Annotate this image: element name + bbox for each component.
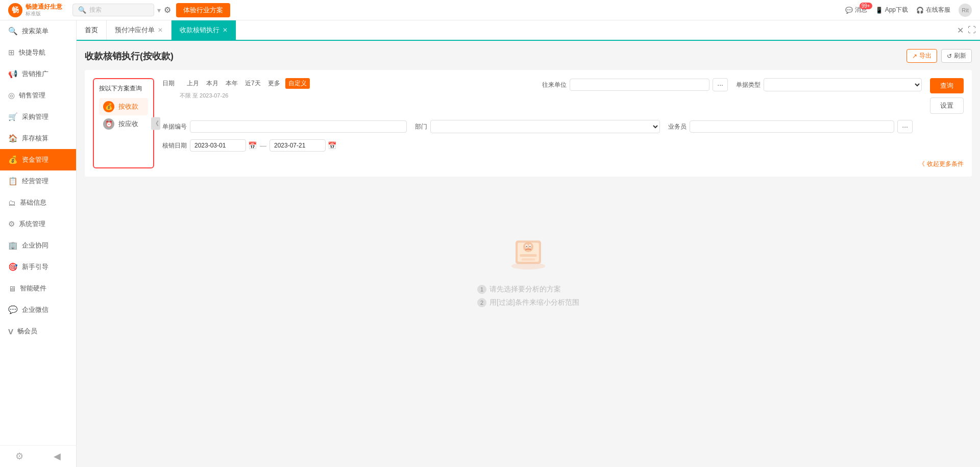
query-btn[interactable]: 查询 (930, 78, 964, 93)
tab-receipt-label: 收款核销执行 (180, 26, 219, 35)
marketing-icon: 📢 (8, 69, 18, 79)
tab-close-btn[interactable]: ✕ (957, 26, 964, 35)
filter-option-by-receipt[interactable]: 💰 按收款 (99, 98, 148, 115)
purchase-icon: 🛒 (8, 112, 18, 121)
verify-date-start-cal[interactable]: 📅 (248, 141, 257, 150)
staff-input[interactable] (690, 120, 895, 133)
settings-btn[interactable]: 设置 (930, 97, 964, 114)
sidebar-item-business[interactable]: 📋 经营管理 (0, 170, 76, 192)
sidebar-item-member[interactable]: V 畅会员 (0, 321, 76, 342)
date-hint-row: 不限 至 2023-07-26 (180, 92, 534, 100)
collapse-icon: 《 (919, 160, 925, 168)
sidebar-item-basic-info[interactable]: 🗂 基础信息 (0, 192, 76, 213)
dept-select[interactable] (430, 120, 659, 133)
sidebar-label-finance: 资金管理 (22, 155, 48, 164)
sidebar-item-weixin[interactable]: 💬 企业微信 (0, 299, 76, 321)
hint-num-1: 1 (477, 285, 486, 294)
refresh-icon: ↺ (947, 53, 952, 60)
header-bar: 畅 畅捷通好生意 标准版 🔍 搜索 ▾ ⚙ 体验行业方案 💬 消息 99+ 📱 … (0, 0, 980, 20)
header-search-display: 🔍 搜索 (72, 4, 154, 16)
collapse-more-btn[interactable]: 《 收起更多条件 (919, 160, 964, 168)
basic-info-icon: 🗂 (8, 199, 16, 207)
settings-icon[interactable]: ⚙ (164, 5, 171, 15)
tab-prepay-close[interactable]: ✕ (158, 27, 163, 34)
verify-date-start[interactable]: 2023-03-01 (190, 139, 246, 152)
sidebar-item-inventory[interactable]: 🏠 库存核算 (0, 128, 76, 149)
online-service-btn[interactable]: 🎧 在线客服 (916, 6, 950, 14)
svg-point-7 (529, 246, 531, 248)
sidebar-label-sales: 销售管理 (19, 91, 45, 100)
staff-ellipsis-btn[interactable]: ··· (897, 120, 913, 133)
tab-home-label: 首页 (85, 26, 98, 35)
shortcut-more[interactable]: 更多 (266, 78, 282, 89)
filter-selector: 按以下方案查询 💰 按收款 ⏰ 按应收 《 (93, 78, 154, 168)
filter-panel: 按以下方案查询 💰 按收款 ⏰ 按应收 《 (85, 70, 972, 177)
sidebar-label-basic-info: 基础信息 (20, 198, 46, 207)
sidebar-collapse-btn[interactable]: ◀ (54, 451, 61, 462)
tab-receipt-writeoff[interactable]: 收款核销执行 ✕ (172, 20, 236, 40)
brand: 畅 畅捷通好生意 标准版 (8, 3, 62, 17)
shortcut-this-year[interactable]: 本年 (224, 78, 240, 89)
tab-expand-btn[interactable]: ⛶ (968, 26, 976, 35)
date-separator: — (260, 142, 266, 150)
partner-ellipsis-btn[interactable]: ··· (713, 78, 728, 91)
brand-logo: 畅 (8, 3, 22, 17)
tab-home[interactable]: 首页 (77, 20, 107, 40)
sidebar-item-finance[interactable]: 💰 资金管理 (0, 149, 76, 170)
shortcut-this-month[interactable]: 本月 (204, 78, 220, 89)
sidebar-label-member: 畅会员 (17, 327, 37, 336)
sidebar-label-hardware: 智能硬件 (20, 284, 46, 293)
page-title-bar: 收款核销执行(按收款) ↗ 导出 ↺ 刷新 (85, 49, 972, 63)
shortcut-last-month[interactable]: 上月 (185, 78, 201, 89)
tab-right-actions: ✕ ⛶ (953, 20, 980, 40)
app-download-btn[interactable]: 📱 App下载 (875, 6, 908, 14)
sidebar-item-hardware[interactable]: 🖥 智能硬件 (0, 278, 76, 299)
industry-btn[interactable]: 体验行业方案 (176, 3, 230, 17)
empty-hint-1: 1 请先选择要分析的方案 (477, 285, 579, 294)
empty-hint-2: 2 用[过滤]条件来缩小分析范围 (477, 298, 579, 307)
sales-icon: ◎ (8, 91, 15, 100)
sidebar-item-guide[interactable]: 🎯 新手引导 (0, 256, 76, 278)
verify-date-end[interactable]: 2023-07-21 (270, 139, 326, 152)
shortcut-7days[interactable]: 近7天 (243, 78, 263, 89)
shortcut-custom[interactable]: 自定义 (285, 78, 310, 89)
message-btn[interactable]: 💬 消息 99+ (845, 6, 867, 14)
sidebar-item-enterprise[interactable]: 🏢 企业协同 (0, 235, 76, 256)
content-area: 首页 预付冲应付单 ✕ 收款核销执行 ✕ ✕ ⛶ 收款核销执行(按收款) (77, 20, 980, 467)
sidebar-item-purchase[interactable]: 🛒 采购管理 (0, 106, 76, 128)
page-title-actions: ↗ 导出 ↺ 刷新 (906, 49, 972, 63)
sidebar-item-sales[interactable]: ◎ 销售管理 (0, 85, 76, 106)
user-area[interactable]: Rit (959, 4, 972, 17)
sidebar-item-system[interactable]: ⚙ 系统管理 (0, 213, 76, 235)
sidebar-item-search[interactable]: 🔍 搜索菜单 (0, 20, 76, 42)
search-icon: 🔍 (8, 27, 18, 36)
doc-no-input[interactable] (190, 120, 407, 133)
verify-date-end-group: 2023-07-21 📅 (270, 139, 336, 152)
filter-option-by-receivable[interactable]: ⏰ 按应收 (99, 115, 148, 133)
collapse-row: 《 收起更多条件 (162, 158, 964, 168)
dropdown-arrow[interactable]: ▾ (157, 6, 161, 14)
sidebar-item-quick-nav[interactable]: ⊞ 快捷导航 (0, 42, 76, 63)
hardware-icon: 🖥 (8, 284, 16, 293)
doc-type-select[interactable] (764, 78, 922, 91)
page-content: 收款核销执行(按收款) ↗ 导出 ↺ 刷新 按以下方案查询 (77, 41, 980, 467)
sidebar-item-marketing[interactable]: 📢 营销推广 (0, 63, 76, 85)
guide-icon: 🎯 (8, 262, 18, 272)
main-layout: 🔍 搜索菜单 ⊞ 快捷导航 📢 营销推广 ◎ 销售管理 🛒 采购管理 🏠 库存核… (0, 20, 980, 467)
sidebar-settings-btn[interactable]: ⚙ (15, 451, 23, 462)
refresh-btn[interactable]: ↺ 刷新 (941, 49, 972, 63)
quick-nav-icon: ⊞ (8, 48, 15, 57)
tab-prepay-reconcile[interactable]: 预付冲应付单 ✕ (107, 20, 172, 40)
sidebar-label-marketing: 营销推广 (22, 69, 48, 79)
sidebar-label-weixin: 企业微信 (22, 305, 48, 314)
date-shortcuts: 上月 本月 本年 近7天 更多 自定义 (185, 78, 310, 89)
tab-receipt-close[interactable]: ✕ (223, 27, 228, 34)
by-receipt-icon: 💰 (103, 101, 114, 112)
export-btn[interactable]: ↗ 导出 (906, 49, 937, 63)
inventory-icon: 🏠 (8, 134, 18, 143)
verify-date-end-cal[interactable]: 📅 (328, 141, 336, 150)
page-title: 收款核销执行(按收款) (85, 50, 174, 62)
partner-input[interactable] (570, 79, 709, 91)
selector-collapse-btn[interactable]: 《 (151, 117, 160, 130)
message-icon: 💬 (845, 7, 853, 14)
